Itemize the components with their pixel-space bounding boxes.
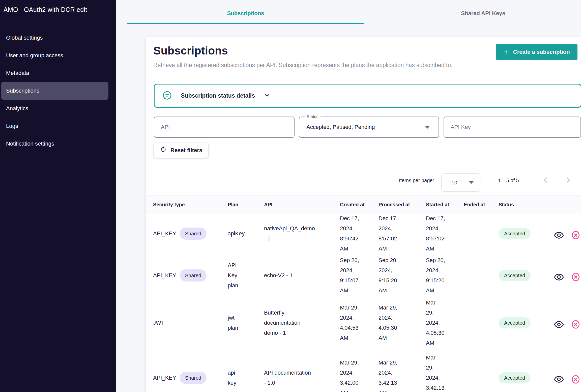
sidebar-divider (2, 24, 108, 24)
active-tab-underline (127, 23, 364, 24)
column-header-api: API (264, 201, 340, 208)
api-key-filter-field (444, 117, 581, 138)
reset-filters-button[interactable]: Reset filters (154, 143, 208, 158)
create-subscription-button[interactable]: + Create a subscription (496, 44, 577, 60)
api-value: echo-V2 - 1 (264, 270, 340, 281)
close-subscription-button[interactable] (571, 316, 581, 330)
paginator: Items per page: 10 1 – 5 of 5 (146, 165, 581, 195)
tab-shared-api-keys[interactable]: Shared API Keys (364, 0, 581, 24)
refresh-icon (160, 146, 167, 154)
dropdown-arrow-icon (469, 181, 474, 184)
status-badge: Accepted (499, 270, 531, 281)
plan-value: API Key plan (228, 260, 264, 291)
close-circle-icon (571, 316, 581, 330)
sidebar-item-global-settings[interactable]: Global settings (1, 29, 108, 47)
status-badge: Accepted (499, 228, 531, 239)
sidebar-item-user-group-access[interactable]: User and group access (1, 47, 108, 64)
items-per-page-label: Items per page: (399, 165, 434, 195)
subscriptions-card: Subscriptions Retrieve all the registere… (146, 37, 581, 392)
chevron-right-icon (564, 176, 572, 185)
plan-value: api key (228, 368, 264, 388)
close-subscription-button[interactable] (571, 226, 581, 241)
security-type-value: JWT (153, 318, 164, 328)
sidebar-nav: Global settings User and group access Me… (1, 29, 108, 153)
processed-at-value: Mar 29, 2024, 3:42:13 AM (379, 358, 426, 392)
sidebar-item-metadata[interactable]: Metadata (1, 64, 108, 82)
view-subscription-button[interactable] (554, 268, 564, 283)
api-sidebar: AMO - OAuth2 with DCR edit Global settin… (0, 0, 116, 392)
api-value: Butterfly documentation demo - 1 (264, 308, 340, 338)
eye-icon (554, 370, 564, 385)
tab-label: Shared API Keys (461, 10, 505, 17)
plan-value: jwt plan (228, 313, 264, 333)
page-size-value: 10 (451, 174, 457, 191)
security-type-value: API_KEY (153, 229, 176, 239)
close-circle-icon (571, 226, 581, 241)
shared-badge: Shared (180, 372, 207, 384)
chevron-left-icon (542, 176, 549, 185)
status-details-label: Subscription status details (181, 92, 255, 99)
shared-badge: Shared (180, 228, 207, 240)
previous-page-button[interactable] (540, 175, 551, 186)
close-circle-icon (571, 371, 581, 385)
api-filter-input[interactable] (154, 117, 294, 137)
table-row: API_KEY Shared apiKey nativeApi_QA_demo … (146, 213, 581, 254)
status-badge: Accepted (499, 317, 531, 328)
created-at-value: Mar 29, 2024, 4:04:53 AM (340, 303, 379, 343)
page-size-select[interactable]: 10 (442, 174, 480, 191)
sidebar-item-logs[interactable]: Logs (1, 117, 108, 135)
column-header-ended-at: Ended at (464, 201, 499, 208)
status-filter-select[interactable]: Status Accepted, Paused, Pending (299, 117, 439, 138)
processed-at-value: Dec 17, 2024, 8:57:02 AM (379, 213, 426, 254)
plan-value: apiKey (228, 229, 264, 239)
created-at-value: Dec 17, 2024, 8:56:42 AM (340, 213, 379, 254)
table-row: API_KEY Shared API Key plan echo-V2 - 1 … (146, 254, 581, 297)
tab-subscriptions[interactable]: Subscriptions (127, 0, 364, 24)
subscription-status-details-expander[interactable]: Subscription status details (154, 84, 581, 108)
chat-bubble-icon (162, 90, 172, 101)
column-header-security-type: Security type (153, 201, 228, 208)
table-header-row: Security type Plan API Created at Proces… (146, 195, 581, 213)
api-title: AMO - OAuth2 with DCR edit (4, 6, 109, 13)
eye-icon (554, 316, 564, 330)
column-header-status: Status (499, 201, 554, 208)
eye-icon (554, 226, 564, 241)
created-at-value: Sep 20, 2024, 9:15:07 AM (340, 255, 379, 296)
chevron-down-icon (264, 92, 271, 100)
reset-filters-label: Reset filters (170, 147, 202, 154)
started-at-value: Mar 29, 2024, 3:42:13 AM (426, 353, 464, 392)
security-type-value: API_KEY (153, 270, 176, 281)
created-at-value: Mar 29, 2024, 3:42:00 AM (340, 358, 379, 392)
close-subscription-button[interactable] (571, 268, 581, 283)
plus-icon: + (504, 47, 509, 56)
view-subscription-button[interactable] (554, 226, 564, 241)
column-header-processed-at: Processed at (379, 201, 426, 208)
security-type-value: API_KEY (153, 373, 176, 383)
table-row: API_KEY Shared api key API documentation… (146, 349, 581, 392)
status-badge: Accepted (499, 372, 531, 383)
dropdown-arrow-icon (425, 126, 430, 129)
next-page-button[interactable] (563, 175, 574, 186)
status-filter-value: Accepted, Paused, Pending (306, 117, 375, 137)
api-key-filter-input[interactable] (444, 117, 580, 137)
api-value: API documentation - 1.0 (264, 368, 340, 388)
column-header-plan: Plan (228, 201, 264, 208)
processed-at-value: Mar 29, 2024, 4:05:30 AM (379, 303, 426, 343)
sidebar-item-analytics[interactable]: Analytics (1, 100, 108, 117)
subscriptions-table: Security type Plan API Created at Proces… (146, 195, 581, 392)
column-header-started-at: Started at (426, 201, 464, 208)
page-title: Subscriptions (153, 44, 228, 57)
close-subscription-button[interactable] (571, 371, 581, 385)
api-value: nativeApi_QA_demo - 1 (264, 223, 340, 244)
create-subscription-label: Create a subscription (513, 49, 570, 55)
started-at-value: Dec 17, 2024, 8:57:02 AM (426, 213, 464, 254)
close-circle-icon (571, 268, 581, 283)
sidebar-item-subscriptions[interactable]: Subscriptions (1, 82, 108, 100)
view-subscription-button[interactable] (554, 316, 564, 330)
view-subscription-button[interactable] (554, 370, 564, 385)
started-at-value: Sep 20, 2024, 9:15:20 AM (426, 255, 464, 296)
table-row: JWT jwt plan Butterfly documentation dem… (146, 297, 581, 349)
sidebar-item-notification-settings[interactable]: Notification settings (1, 135, 108, 153)
started-at-value: Mar 29, 2024, 4:05:30 AM (426, 298, 464, 348)
eye-icon (554, 268, 564, 283)
